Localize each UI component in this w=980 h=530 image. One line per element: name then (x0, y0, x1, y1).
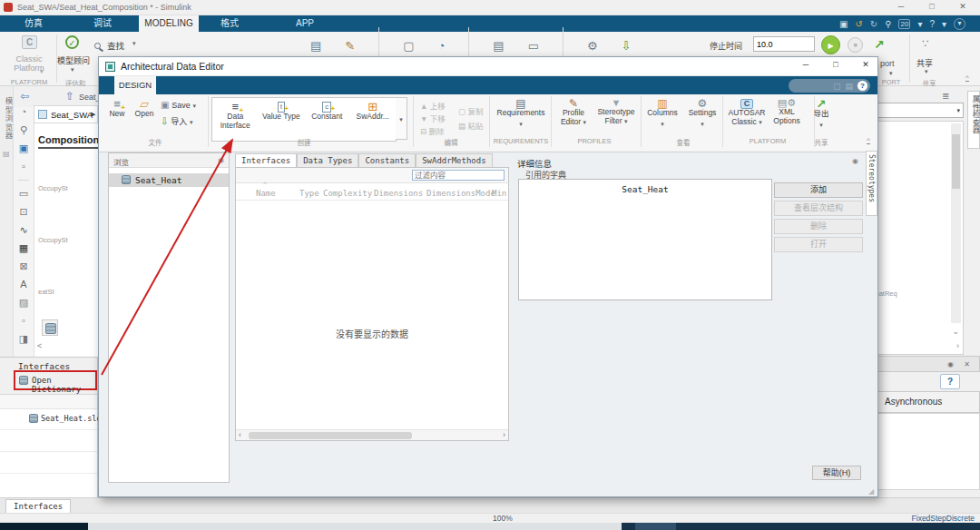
screenshot-dropdown-icon[interactable]: ▾ (917, 19, 922, 29)
settings-button[interactable]: ⚙ Settings ▾ (684, 98, 720, 128)
text-annotation-icon[interactable]: A (20, 280, 26, 290)
details-collapse-icon[interactable]: ◉ (852, 157, 858, 165)
tab-modeling[interactable]: MODELING (139, 15, 199, 32)
stereotypes-vertical-tab[interactable]: Stereotypes (866, 151, 877, 216)
clock-icon[interactable]: ◔ (438, 40, 446, 52)
up-icon[interactable]: ⇧ (65, 90, 74, 103)
canvas[interactable]: Composition OccupySt OccupySt eatSt < (34, 123, 98, 357)
column-complexity[interactable]: Complexity (323, 189, 372, 198)
classic-platform-button[interactable]: Classic Platform (4, 55, 54, 74)
swaddr-button[interactable]: ⊞ SwAddr... (350, 98, 397, 141)
move-down-button[interactable]: ▼ 下移 (420, 113, 446, 123)
help-circle-button[interactable]: ? (940, 374, 960, 389)
resize-grip-icon[interactable]: ◢ (868, 487, 874, 496)
tab-format[interactable]: 格式 (207, 15, 252, 32)
sldd-file-row[interactable]: Seat_Heat.sldd (41, 414, 106, 423)
referenced-dictionaries-list[interactable]: Seat_Heat (518, 179, 772, 300)
back-icon[interactable]: ⇦ (20, 90, 29, 103)
doc-tab-interfaces[interactable]: Interfaces (5, 499, 71, 513)
model-browser-vertical-tab[interactable]: 模型浏览器 (3, 97, 14, 141)
dock-icon[interactable]: ▤ (3, 150, 10, 158)
checklist-icon[interactable]: ▤ (493, 40, 504, 52)
dialog-collapse-ribbon-icon[interactable]: ^ (867, 138, 870, 144)
profile-editor-button[interactable]: ✎ Profile Editor ▾ (554, 98, 593, 127)
breadcrumb[interactable]: Seat_ (79, 93, 101, 102)
open-button[interactable]: ▱ Open (132, 98, 157, 119)
hide-markup-icon[interactable]: ◔ (21, 107, 27, 117)
annotation-icon[interactable]: ✎ (345, 40, 355, 52)
redo-icon[interactable]: ↻ (870, 19, 877, 29)
dialog-maximize-button[interactable]: □ (826, 60, 846, 69)
taskbar-app-area[interactable] (88, 523, 622, 530)
save-icon[interactable]: ▣ (839, 19, 848, 29)
window-maximize-button[interactable]: □ (922, 2, 942, 11)
gallery-dropdown-button[interactable]: ▾ (396, 97, 407, 140)
solver-label[interactable]: FixedStepDiscrete (912, 514, 975, 523)
add-button[interactable]: 添加 (774, 182, 863, 198)
tab-data-types[interactable]: Data Types (297, 153, 358, 168)
scroll-down-icon[interactable]: ⌄ (952, 327, 959, 336)
tree-filter-icon[interactable]: ◉ (218, 156, 224, 164)
new-button[interactable]: ≡ New (106, 98, 128, 119)
tree-item-seat-heat[interactable]: Seat_Heat (109, 173, 229, 187)
column-name[interactable]: Name (256, 189, 276, 198)
toolbar-options-icon[interactable]: ▾ (954, 18, 965, 30)
dialog-minimize-button[interactable]: ─ (796, 60, 816, 69)
filter-input[interactable] (412, 170, 505, 181)
mini-icon[interactable]: ▢ (833, 82, 841, 91)
crossing-icon[interactable]: ⊠ (19, 261, 27, 271)
taskbar-active-button[interactable] (635, 523, 676, 530)
help-icon[interactable]: ? (929, 19, 935, 29)
data-interface-button[interactable]: ≡ Data Interface (212, 98, 259, 141)
column-type[interactable]: Type (299, 189, 319, 198)
columns-button[interactable]: ▥ Columns ▾ (644, 98, 681, 128)
xml-options-button[interactable]: ▤⚙ XML Options (767, 98, 807, 126)
tab-design[interactable]: DESIGN (114, 76, 156, 94)
scroll-right-icon[interactable]: › (956, 341, 959, 350)
requirements-button[interactable]: ▤ Requirements ▾ (493, 98, 549, 128)
grid-icon[interactable]: ▦ (19, 243, 28, 253)
delete-button[interactable]: ⊟ 删除 (420, 125, 445, 136)
library-browser-icon[interactable]: ▢ (403, 40, 414, 52)
collapse-ribbon-icon[interactable]: ^ (965, 75, 969, 82)
open-dictionary-button[interactable]: Open Dictionary (32, 376, 97, 394)
zoom-icon[interactable]: ⚲ (20, 125, 27, 135)
image-annotation-icon[interactable]: ▨ (19, 298, 28, 308)
inspector-combobox[interactable]: ▾ (877, 103, 964, 118)
move-up-button[interactable]: ▲ 上移 (420, 100, 446, 111)
column-dimensionsmode[interactable]: DimensionsMode (426, 189, 495, 198)
fit-view-icon[interactable]: ▣ (19, 143, 28, 153)
autosar-classic-button[interactable]: C AUTOSAR Classic ▾ (725, 98, 769, 127)
window-close-button[interactable]: ✕ (953, 2, 973, 11)
asynchronous-row[interactable]: Asynchronous (877, 391, 980, 413)
find-button[interactable]: 查找 (107, 39, 124, 52)
window-minimize-button[interactable]: ─ (891, 2, 911, 11)
dialog-close-button[interactable]: ✕ (856, 60, 876, 69)
referenced-dictionary-item[interactable]: Seat_Heat (519, 184, 771, 194)
model-advisor-button[interactable]: 模型顾问 (54, 54, 93, 66)
tab-interfaces[interactable]: Interfaces (235, 153, 297, 168)
panel-filter-icon[interactable]: ◉ (947, 360, 954, 368)
viewer-icon[interactable]: ◨ (19, 334, 28, 344)
box-annotation-icon[interactable]: ▫ (22, 316, 25, 326)
remove-button[interactable]: 删除 (774, 219, 863, 234)
scroll-left-icon[interactable]: < (37, 341, 42, 350)
constant-button[interactable]: c Constant (304, 98, 350, 141)
undo-icon[interactable]: ↺ (855, 19, 862, 29)
inspector-list-icon[interactable]: ≣ (942, 91, 949, 101)
copy-button[interactable]: ▢ 复制 (458, 105, 483, 116)
tab-swaddrmethods[interactable]: SwAddrMethods (416, 153, 492, 168)
property-inspector-vertical-tab[interactable]: 属性检查器 (967, 91, 980, 149)
help-button[interactable]: 帮助(H) (812, 466, 861, 480)
column-dimensions[interactable]: Dimensions (374, 189, 423, 198)
scrollbar-thumb[interactable] (249, 432, 412, 439)
scroll-left-icon[interactable]: ‹ (239, 430, 241, 439)
import-button[interactable]: ⇩ 导入 ▾ (161, 116, 192, 126)
import-icon[interactable]: ⇩ (622, 40, 632, 52)
export-button[interactable]: port (880, 59, 895, 68)
tab-app[interactable]: APP (286, 15, 324, 32)
model-data-editor-icon[interactable]: ▤ (310, 40, 321, 52)
run-button[interactable]: ▶ (821, 35, 840, 54)
search-icon[interactable]: ⚲ (885, 19, 891, 29)
inspector-scrollbar[interactable] (951, 123, 961, 323)
